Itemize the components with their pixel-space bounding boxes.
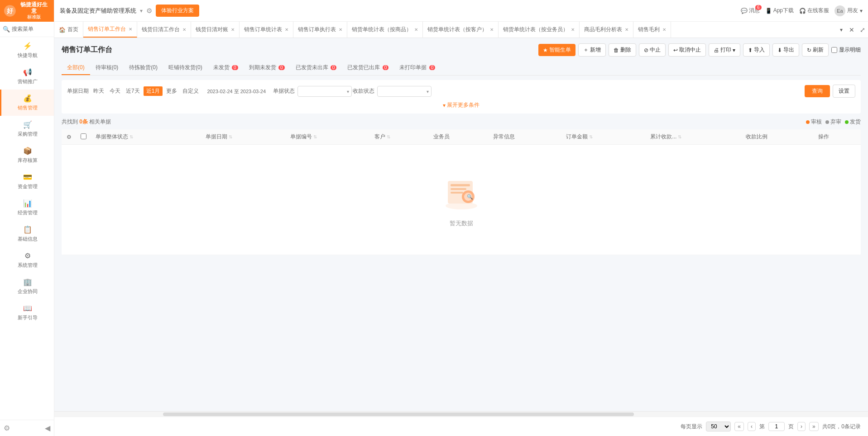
tab-sales-exec[interactable]: 销售订单执行表 ✕ <box>293 22 347 38</box>
tab-resize-button[interactable]: ⤢ <box>857 22 868 38</box>
tab-close-all-button[interactable]: ✕ <box>846 22 857 38</box>
tab-sales-stat-staff[interactable]: 销货单统计表（按业务员） ✕ <box>499 22 580 38</box>
tab-cash-reconcile[interactable]: 钱货日清对账 ✕ <box>191 22 240 38</box>
query-button[interactable]: 查询 <box>805 85 830 97</box>
filter-tab-all[interactable]: 全部(0) <box>62 61 90 75</box>
first-page-button[interactable]: « <box>734 422 744 431</box>
tab-home[interactable]: 🏠 首页 <box>54 22 83 38</box>
user-menu[interactable]: Ea 用友 ▾ <box>834 5 863 16</box>
sidebar-item-operation[interactable]: 📊 经营管理 <box>0 194 54 221</box>
date-custom[interactable]: 自定义 <box>181 86 201 96</box>
sidebar-item-finance[interactable]: 💳 资金管理 <box>0 168 54 194</box>
col-checkbox[interactable] <box>76 129 91 145</box>
settings-icon[interactable]: ⚙ <box>4 424 10 432</box>
tab-gross-profit[interactable]: 商品毛利分析表 ✕ <box>580 22 633 38</box>
page-input[interactable] <box>768 422 785 431</box>
import-button[interactable]: ⬆ 导入 <box>743 43 770 57</box>
filter-tab-wangpu[interactable]: 旺铺待发货(0) <box>163 61 208 75</box>
online-service-item[interactable]: 🎧 在线客服 <box>799 7 829 14</box>
tab-sales-stat-customer-close[interactable]: ✕ <box>490 27 494 32</box>
show-detail-label[interactable]: 显示明细 <box>831 46 861 54</box>
tab-more-button[interactable]: ▾ <box>836 22 846 38</box>
tab-cash-reconcile-close[interactable]: ✕ <box>231 27 235 32</box>
date-today[interactable]: 今天 <box>108 86 122 96</box>
last-page-button[interactable]: » <box>809 422 819 431</box>
sort-amount[interactable]: 订单金额 ⇅ <box>566 133 642 141</box>
prev-page-button[interactable]: ‹ <box>748 422 756 431</box>
sidebar-search[interactable]: 🔍 搜索菜单 <box>0 22 54 37</box>
refresh-button[interactable]: ↻ 刷新 <box>802 43 829 57</box>
expand-conditions-button[interactable]: ▾ 展开更多条件 <box>443 101 480 109</box>
sidebar-item-sales[interactable]: 💰 销售管理 <box>0 90 54 116</box>
filter-tab-pending-review[interactable]: 待审核(0) <box>90 61 124 75</box>
tab-cash-daily-close[interactable]: ✕ <box>182 27 186 32</box>
sort-customer[interactable]: 客户 ⇅ <box>374 133 424 141</box>
filter-tab-not-printed[interactable]: 未打印单据 0 <box>394 61 441 75</box>
sidebar-item-marketing[interactable]: 📢 营销推广 <box>0 63 54 90</box>
tab-sales-order-close[interactable]: ✕ <box>129 27 132 32</box>
sort-status[interactable]: 单据整体状态 ⇅ <box>96 133 197 141</box>
page-size-select[interactable]: 50 10 20 100 <box>706 422 731 431</box>
tab-sales-exec-close[interactable]: ✕ <box>339 27 342 32</box>
system-title: 装备及固定资产辅助管理系统 <box>60 7 136 15</box>
tab-sales-stat-close[interactable]: ✕ <box>285 27 288 32</box>
settings-icon[interactable]: ⚙ <box>146 7 152 15</box>
col-settings[interactable]: ⚙ <box>62 129 76 145</box>
sort-status-icon: ⇅ <box>129 134 133 139</box>
message-icon-item[interactable]: 💬 6 消息 <box>741 7 760 14</box>
sidebar-item-quick-nav[interactable]: ⚡ 快捷导航 <box>0 37 54 63</box>
horizontal-scrollbar[interactable] <box>54 411 868 417</box>
tab-sales-stat-product[interactable]: 销货单统计表（按商品） ✕ <box>347 22 423 38</box>
date-yesterday[interactable]: 昨天 <box>91 86 106 96</box>
sidebar-item-base-info[interactable]: 📋 基础信息 <box>0 221 54 247</box>
print-button[interactable]: 🖨 打印 ▾ <box>709 43 740 57</box>
payment-select[interactable] <box>377 86 432 97</box>
filter-tab-pending-inspect[interactable]: 待拣验货(0) <box>124 61 163 75</box>
dropdown-arrow-icon[interactable]: ▾ <box>140 8 143 14</box>
export-button[interactable]: ⬇ 导出 <box>772 43 799 57</box>
stop-button[interactable]: ⊘ 中止 <box>639 43 666 57</box>
date-1month[interactable]: 近1月 <box>144 86 163 96</box>
collapse-icon[interactable]: ◀ <box>45 424 50 432</box>
tab-sales-more[interactable]: 销售毛利 ✕ <box>633 22 671 38</box>
tab-sales-stat-staff-close[interactable]: ✕ <box>571 27 575 32</box>
filter-tab-expired[interactable]: 到期未发货 0 <box>244 61 290 75</box>
cancel-stop-button[interactable]: ↩ 取消中止 <box>668 43 706 57</box>
sort-collected[interactable]: 累计收款... ⇅ <box>650 133 736 141</box>
industry-solution-button[interactable]: 体验行业方案 <box>156 5 199 17</box>
select-all-checkbox[interactable] <box>81 133 86 139</box>
smart-create-button[interactable]: ★ 智能生单 <box>538 44 575 56</box>
tab-sales-stat-customer[interactable]: 销货单统计表（按客户） ✕ <box>423 22 499 38</box>
next-page-button[interactable]: › <box>797 422 806 431</box>
sidebar-item-inventory[interactable]: 📦 库存核算 <box>0 142 54 168</box>
sidebar-item-system[interactable]: ⚙ 系统管理 <box>0 247 54 273</box>
sort-staff[interactable]: 业务员 <box>433 133 484 141</box>
filter-tab-shipped-out[interactable]: 已发货已出库 0 <box>342 61 394 75</box>
show-detail-checkbox[interactable] <box>831 47 837 53</box>
sort-number[interactable]: 单据编号 ⇅ <box>290 133 366 141</box>
sidebar-item-enterprise[interactable]: 🏢 企业协同 <box>0 273 54 299</box>
tab-sales-stat-product-close[interactable]: ✕ <box>414 27 418 32</box>
tab-sales-stat[interactable]: 销售订单统计表 ✕ <box>240 22 293 38</box>
sort-date[interactable]: 单据日期 ⇅ <box>206 133 281 141</box>
ship-action-button[interactable]: 发货 <box>845 118 861 126</box>
app-download-item[interactable]: 📱 App下载 <box>765 7 794 14</box>
add-button[interactable]: ＋ 新增 <box>578 43 606 57</box>
tab-sales-more-close[interactable]: ✕ <box>662 27 666 32</box>
settings-query-button[interactable]: 设置 <box>833 85 855 98</box>
filter-tab-shipped-not-out[interactable]: 已发货未出库 0 <box>290 61 342 75</box>
date-more[interactable]: 更多 <box>164 86 179 96</box>
delete-button[interactable]: 🗑 删除 <box>609 43 636 57</box>
total-text: 共0页，0条记录 <box>822 423 861 431</box>
cancel-review-action-button[interactable]: 弃审 <box>825 118 841 126</box>
tab-cash-daily[interactable]: 钱货日清工作台 ✕ <box>137 22 191 38</box>
scrollbar-thumb[interactable] <box>163 412 634 416</box>
status-select[interactable] <box>297 86 352 97</box>
review-action-button[interactable]: 审核 <box>806 118 822 126</box>
tab-sales-order[interactable]: 销售订单工作台 ✕ <box>83 22 137 38</box>
filter-tab-not-shipped[interactable]: 未发货 0 <box>208 61 244 75</box>
sidebar-item-guide[interactable]: 📖 新手引导 <box>0 299 54 326</box>
sidebar-item-purchase[interactable]: 🛒 采购管理 <box>0 116 54 142</box>
date-7days[interactable]: 近7天 <box>124 86 142 96</box>
tab-gross-profit-close[interactable]: ✕ <box>625 27 628 32</box>
